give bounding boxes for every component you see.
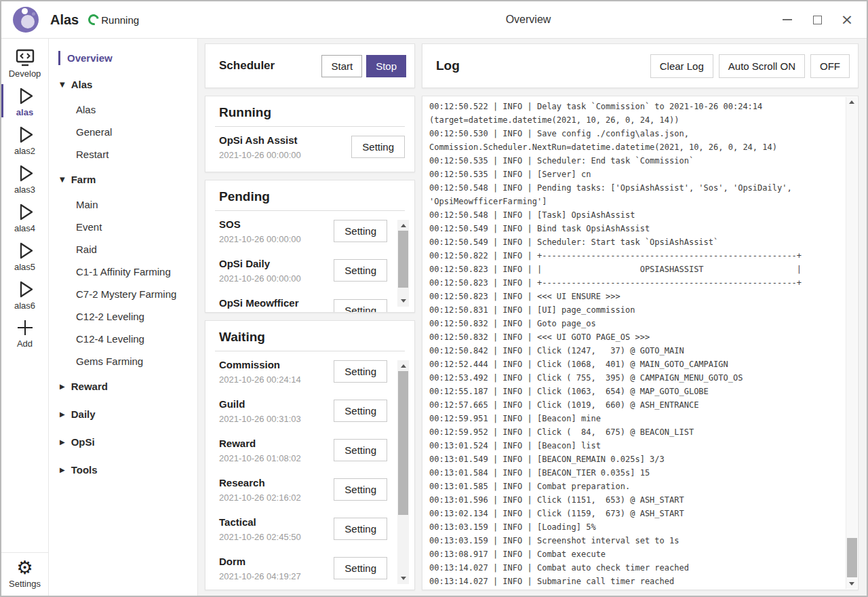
page-title: Overview (198, 14, 859, 26)
rail-item-alas5[interactable]: alas5 (1, 237, 48, 274)
nav-item-label: OpSi (71, 436, 95, 448)
rail-item-label: alas6 (1, 301, 48, 311)
rail-item-alas3[interactable]: alas3 (1, 159, 48, 197)
task-next-run-time: 2021-10-26 01:08:02 (219, 453, 301, 463)
nav-item[interactable]: C12-2 Leveling (49, 305, 197, 328)
play-icon (15, 124, 35, 145)
log-line: 00:13:14.027 | INFO | Submarine call tim… (429, 575, 837, 588)
log-line: 00:13:01.584 | INFO | [BEACON_TIER 0.035… (429, 466, 837, 480)
auto-scroll-on-button[interactable]: Auto Scroll ON (719, 54, 805, 78)
nav-item[interactable]: ▶ OpSi (49, 428, 197, 456)
task-info: Reward 2021-10-26 01:08:02 (219, 436, 301, 463)
nav-item[interactable]: General (49, 121, 197, 143)
nav-item-label: Farm (71, 174, 96, 185)
scrollbar-up-arrow[interactable] (849, 100, 854, 104)
task-info: OpSi Daily 2021-10-26 00:00:00 (219, 256, 301, 284)
log-line: 00:12:50.535 | INFO | Scheduler: End tas… (429, 154, 837, 168)
log-line: 00:12:50.548 | INFO | [Task] OpsiAshAssi… (429, 208, 837, 222)
nav-item[interactable]: ▼ Farm (49, 166, 197, 193)
task-row: SOS 2021-10-26 00:00:00 Setting (205, 211, 414, 250)
nav-item[interactable]: Overview (58, 51, 197, 65)
task-setting-button[interactable]: Setting (334, 518, 387, 540)
nav-item[interactable]: Gems Farming (49, 350, 197, 372)
log-line: 00:12:53.492 | INFO | Click ( 755, 395) … (429, 371, 837, 385)
nav-item-label: Main (76, 199, 98, 210)
clear-log-button[interactable]: Clear Log (650, 54, 713, 78)
nav-item[interactable]: ▶ Tools (49, 456, 197, 484)
task-setting-button[interactable]: Setting (351, 136, 405, 158)
nav-item[interactable]: Restart (49, 143, 197, 166)
scrollbar-thumb[interactable] (398, 371, 408, 515)
nav-expand-icon: ▶ (60, 383, 65, 390)
close-icon: × (841, 12, 853, 27)
log-column: Log Clear Log Auto Scroll ON OFF 00:12:5… (422, 43, 859, 590)
nav-item[interactable]: ▶ Reward (49, 372, 197, 400)
waiting-title: Waiting (219, 330, 401, 345)
task-setting-button[interactable]: Setting (334, 259, 387, 282)
rail-item-alas[interactable]: alas (1, 82, 48, 119)
plus-icon (15, 317, 35, 338)
task-setting-button[interactable]: Setting (334, 360, 387, 383)
log-line: 00:13:03.159 | INFO | Screenshot interva… (429, 534, 837, 547)
nav-item[interactable]: Main (49, 193, 197, 216)
task-setting-button[interactable]: Setting (334, 400, 387, 422)
scrollbar-thumb[interactable] (847, 538, 857, 577)
task-row: Guild 2021-10-26 00:31:03 Setting (205, 391, 414, 430)
scrollbar-down-arrow[interactable] (849, 582, 854, 585)
maximize-button[interactable] (807, 9, 827, 30)
minimize-button[interactable] (777, 9, 797, 30)
task-name: Commission (219, 358, 301, 372)
scrollbar-down-arrow[interactable] (401, 577, 406, 580)
task-setting-button[interactable]: Setting (334, 439, 387, 461)
pending-scrollbar[interactable] (397, 220, 409, 307)
running-task-list: OpSi Ash Assist 2021-10-26 00:00:00 Sett… (205, 127, 414, 166)
nav-item[interactable]: ▶ Daily (49, 400, 197, 428)
nav-item[interactable]: Raid (49, 238, 197, 261)
minimize-icon (783, 19, 792, 20)
log-scrollbar[interactable] (846, 97, 857, 589)
rail-item-label: Settings (1, 579, 48, 589)
window-controls: × (777, 1, 857, 38)
task-info: Research 2021-10-26 02:16:02 (219, 476, 301, 503)
nav-item[interactable]: C12-4 Leveling (49, 328, 197, 350)
log-line: 00:13:08.917 | INFO | Combat execute (429, 547, 837, 561)
rail-item-develop[interactable]: Develop (1, 44, 48, 81)
pending-task-list: SOS 2021-10-26 00:00:00 Setting OpSi Dai… (205, 211, 414, 313)
task-setting-button[interactable]: Setting (334, 557, 387, 579)
task-info: Commission 2021-10-26 00:24:14 (219, 358, 301, 385)
scrollbar-thumb[interactable] (398, 231, 408, 288)
rail-item-add[interactable]: Add (1, 314, 48, 351)
task-setting-button[interactable]: Setting (334, 220, 387, 242)
auto-scroll-off-button[interactable]: OFF (810, 54, 850, 78)
scrollbar-down-arrow[interactable] (401, 299, 406, 303)
scrollbar-up-arrow[interactable] (401, 364, 406, 368)
log-line: 00:12:50.832 | INFO | Goto page_os (429, 317, 837, 330)
rail-item-settings[interactable]: ⚙ Settings (1, 552, 48, 596)
nav-item[interactable]: C7-2 Mystery Farming (49, 283, 197, 305)
task-setting-button[interactable]: Setting (334, 299, 387, 313)
waiting-scrollbar[interactable] (397, 360, 409, 584)
nav-item[interactable]: C1-1 Affinity Farming (49, 261, 197, 283)
nav-item-label: C12-4 Leveling (76, 333, 144, 345)
nav-item[interactable]: Event (49, 216, 197, 238)
scrollbar-up-arrow[interactable] (401, 224, 406, 227)
nav-item[interactable]: ▼ Alas (49, 71, 197, 98)
start-button[interactable]: Start (321, 55, 362, 77)
log-line: 00:12:50.549 | INFO | Scheduler: Start t… (429, 235, 837, 249)
nav-expand-icon: ▼ (60, 176, 65, 183)
rail-item-alas2[interactable]: alas2 (1, 121, 48, 158)
nav-item-label: Alas (76, 104, 96, 115)
task-setting-button[interactable]: Setting (334, 478, 387, 501)
log-line: 00:12:50.823 | INFO | | OPSIASHASSIST | (429, 263, 837, 276)
rail-item-alas6[interactable]: alas6 (1, 275, 48, 313)
rail-item-label: alas5 (1, 262, 48, 272)
close-button[interactable]: × (837, 9, 857, 30)
rail-item-alas4[interactable]: alas4 (1, 198, 48, 235)
nav-item-label: General (76, 126, 112, 138)
nav-item-label: C7-2 Mystery Farming (76, 288, 176, 300)
log-line: 00:12:52.444 | INFO | Click (1068, 401) … (429, 358, 837, 371)
nav-item[interactable]: Alas (49, 98, 197, 121)
log-lines: 00:12:50.522 | INFO | Delay task `Commis… (429, 100, 837, 588)
stop-button[interactable]: Stop (366, 55, 406, 77)
log-line: 00:13:14.027 | INFO | Combat auto check … (429, 561, 837, 575)
